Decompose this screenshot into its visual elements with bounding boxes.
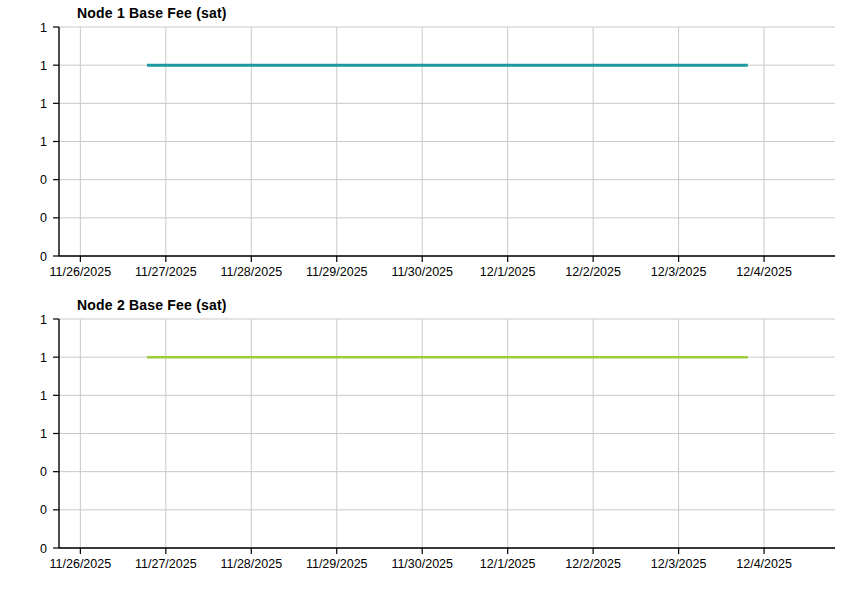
- x-tick-label: 12/2/2025: [565, 265, 621, 279]
- y-tick-label: 1: [40, 313, 47, 327]
- y-tick-label: 0: [40, 465, 47, 479]
- chart-plot-node1: 11/26/202511/27/202511/28/202511/29/2025…: [0, 0, 860, 291]
- x-tick-label: 11/29/2025: [306, 265, 368, 279]
- x-tick-label: 11/29/2025: [306, 557, 368, 571]
- x-tick-label: 12/3/2025: [651, 557, 707, 571]
- x-tick-label: 11/27/2025: [135, 557, 197, 571]
- x-tick-label: 11/30/2025: [391, 557, 453, 571]
- x-tick-label: 12/3/2025: [651, 265, 707, 279]
- x-tick-label: 11/26/2025: [50, 265, 112, 279]
- y-tick-label: 0: [40, 211, 47, 225]
- y-tick-label: 1: [40, 351, 47, 365]
- y-tick-label: 1: [40, 135, 47, 149]
- y-tick-label: 0: [40, 542, 47, 556]
- x-tick-label: 12/4/2025: [736, 265, 792, 279]
- x-tick-label: 12/1/2025: [480, 557, 536, 571]
- y-tick-label: 0: [40, 503, 47, 517]
- y-tick-label: 1: [40, 389, 47, 403]
- x-tick-label: 12/1/2025: [480, 265, 536, 279]
- y-tick-label: 1: [40, 21, 47, 35]
- x-tick-label: 12/2/2025: [565, 557, 621, 571]
- x-tick-label: 11/27/2025: [135, 265, 197, 279]
- chart-node2-base-fee: Node 2 Base Fee (sat) 11/26/202511/27/20…: [0, 292, 860, 583]
- y-tick-label: 1: [40, 97, 47, 111]
- chart-plot-node2: 11/26/202511/27/202511/28/202511/29/2025…: [0, 292, 860, 583]
- x-tick-label: 11/26/2025: [50, 557, 112, 571]
- y-tick-label: 0: [40, 250, 47, 264]
- x-tick-label: 11/30/2025: [391, 265, 453, 279]
- y-tick-label: 1: [40, 59, 47, 73]
- chart-node1-base-fee: Node 1 Base Fee (sat) 11/26/202511/27/20…: [0, 0, 860, 291]
- x-tick-label: 12/4/2025: [736, 557, 792, 571]
- x-tick-label: 11/28/2025: [220, 557, 282, 571]
- y-tick-label: 1: [40, 427, 47, 441]
- y-tick-label: 0: [40, 173, 47, 187]
- x-tick-label: 11/28/2025: [220, 265, 282, 279]
